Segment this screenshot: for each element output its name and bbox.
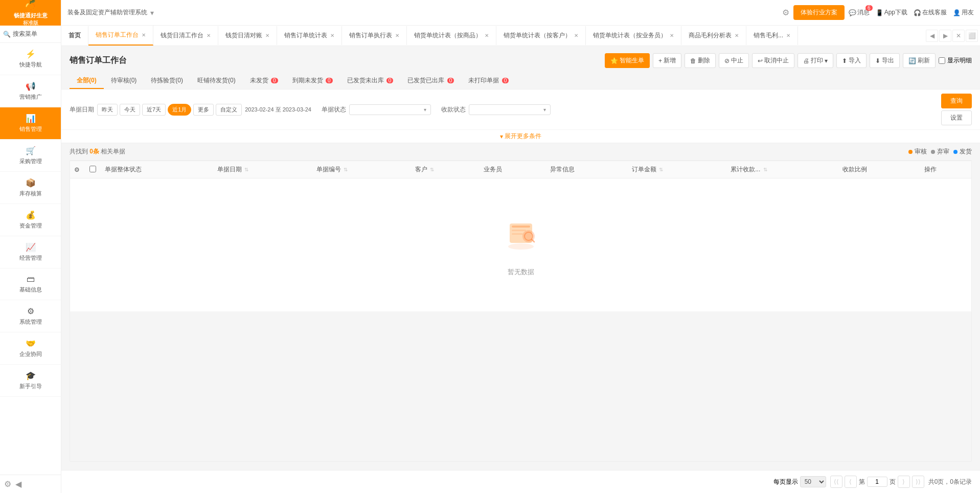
tab-close-icon[interactable]: ✕ [142,32,146,38]
topbar-settings-icon[interactable]: ⚙ [782,8,789,17]
more-date-btn[interactable]: 更多 [193,104,214,116]
unaudit-link[interactable]: 弃审 [931,147,949,156]
sidebar-item-marketing[interactable]: 📢 营销推广 [0,75,61,107]
table-col-operation[interactable]: 操作 [920,161,971,178]
tab-close-icon[interactable]: ✕ [574,33,578,38]
table-col-ratio[interactable]: 收款比例 [838,161,920,178]
sub-tab-pending-pick[interactable]: 待拣验货(0) [144,73,190,89]
sidebar-item-sales[interactable]: 📊 销售管理 [0,107,61,140]
tab-close-icon[interactable]: ✕ [670,33,674,38]
sidebar-item-purchase[interactable]: 🛒 采购管理 [0,140,61,172]
custom-date-btn[interactable]: 自定义 [216,104,242,116]
last7days-btn[interactable]: 近7天 [142,104,166,116]
table-col-staff[interactable]: 业务员 [480,161,546,178]
tab-sales-workbench[interactable]: 销售订单工作台 ✕ [88,26,153,46]
sub-tab-shipped-not-out[interactable]: 已发货未出库 0 [340,73,401,89]
tab-daily-cash[interactable]: 钱货日清工作台 ✕ [153,26,218,45]
page-input[interactable] [867,477,887,487]
select-all-checkbox[interactable] [89,166,96,172]
sidebar-item-navigation[interactable]: ⚡ 快捷导航 [0,43,61,75]
yesterday-btn[interactable]: 昨天 [97,104,118,116]
export-button[interactable]: ⬇ 导出 [870,53,900,68]
sidebar-item-guide[interactable]: 🎓 新手引导 [0,365,61,397]
table-col-customer[interactable]: 客户 ⇅ [411,161,479,178]
table-col-amount[interactable]: 订单金额 ⇅ [628,161,726,178]
ship-link[interactable]: 发货 [953,147,972,156]
sidebar-item-enterprise[interactable]: 🤝 企业协同 [0,332,61,365]
table-col-date[interactable]: 单据日期 ⇅ [213,161,312,178]
sidebar-item-finance[interactable]: 💰 资金管理 [0,204,61,236]
sub-tab-all[interactable]: 全部(0) [70,73,104,89]
tab-gross-profit[interactable]: 商品毛利分析表 ✕ [681,26,746,45]
tab-sales-by-staff[interactable]: 销货单统计表（按业务员） ✕ [586,26,681,45]
tab-close-icon[interactable]: ✕ [265,33,269,38]
expand-filter-button[interactable]: ▾ 展开更多条件 [500,132,541,141]
tab-sales-by-product[interactable]: 销货单统计表（按商品） ✕ [407,26,496,45]
online-service-area[interactable]: 🎧 在线客服 [914,8,947,17]
settings-button[interactable]: 设置 [941,110,972,125]
tab-reconciliation[interactable]: 钱货日清对账 ✕ [218,26,277,45]
tab-close-icon[interactable]: ✕ [786,33,790,38]
tab-close-all-button[interactable]: ✕ [952,30,965,42]
query-button[interactable]: 查询 [941,94,972,108]
sidebar-item-management[interactable]: 📈 经营管理 [0,236,61,268]
import-button[interactable]: ⬆ 导入 [836,53,867,68]
sub-tab-wangpu-pending[interactable]: 旺铺待发货(0) [190,73,243,89]
app-download-area[interactable]: 📱 App下载 [876,8,907,17]
tab-sales-by-customer[interactable]: 销货单统计表（按客户） ✕ [496,26,586,45]
last-page-button[interactable]: ⟩⟩ [912,476,924,488]
sidebar-item-system[interactable]: ⚙ 系统管理 [0,300,61,332]
delete-button[interactable]: 🗑 删除 [685,53,716,68]
stop-button[interactable]: ⊘ 中止 [719,53,749,68]
add-button[interactable]: + 新增 [653,53,681,68]
cancel-stop-button[interactable]: ↩ 取消中止 [752,53,794,68]
last1month-btn[interactable]: 近1月 [168,104,191,116]
tab-close-icon[interactable]: ✕ [330,33,334,38]
show-detail-checkbox[interactable] [939,57,945,64]
sub-tab-overdue[interactable]: 到期未发货 0 [285,73,340,89]
sidebar-item-inventory[interactable]: 📦 库存核算 [0,172,61,204]
status-select[interactable]: ▾ [349,104,431,115]
user-area[interactable]: 👤 用友 [953,8,974,17]
sub-tab-shipped-out[interactable]: 已发货已出库 0 [400,73,461,89]
tab-close-icon[interactable]: ✕ [735,33,739,38]
sidebar-item-basic-info[interactable]: 🗃 基础信息 [0,268,61,300]
sub-tab-pending-review[interactable]: 待审核(0) [104,73,144,89]
tab-prev-button[interactable]: ◀ [926,30,938,42]
audit-link[interactable]: 审核 [908,147,927,156]
tab-close-icon[interactable]: ✕ [395,33,399,38]
collapse-icon[interactable]: ◀ [15,479,21,489]
table-col-exception[interactable]: 异常信息 [546,161,628,178]
tab-close-icon[interactable]: ✕ [207,33,211,38]
table-col-status[interactable]: 单据整体状态 [101,161,213,178]
sub-tab-not-printed[interactable]: 未打印单据 0 [461,73,516,89]
tab-sales-profit[interactable]: 销售毛利... ✕ [746,26,798,45]
per-page-select[interactable]: 10 20 50 100 [800,476,826,487]
next-page-button[interactable]: ⟩ [898,476,910,488]
smart-create-button[interactable]: ⭐ 智能生单 [605,53,650,68]
tab-expand-button[interactable]: ⬜ [966,30,978,42]
settings-icon[interactable]: ⚙ [4,479,11,489]
tab-sales-exec[interactable]: 销售订单执行表 ✕ [342,26,407,45]
today-btn[interactable]: 今天 [120,104,140,116]
table-col-checkbox[interactable] [85,161,101,178]
sidebar-search[interactable]: 🔍 搜索菜单 [0,26,61,43]
tab-sales-stats[interactable]: 销售订单统计表 ✕ [277,26,342,45]
sub-tab-not-shipped[interactable]: 未发货 0 [243,73,285,89]
app-dropdown-icon[interactable]: ▾ [150,9,154,17]
show-detail-checkbox-area[interactable]: 显示明细 [939,56,972,65]
print-button[interactable]: 🖨 打印 ▾ [797,53,833,68]
payment-select[interactable]: ▾ [469,104,551,115]
tab-home[interactable]: 首页 [61,26,88,45]
tab-close-icon[interactable]: ✕ [485,33,489,38]
industry-solution-button[interactable]: 体验行业方案 [793,5,845,20]
table-col-number[interactable]: 单据编号 ⇅ [312,161,411,178]
prev-page-button[interactable]: ⟨ [845,476,857,488]
table-col-settings[interactable]: ⚙ [70,161,85,178]
horizontal-scrollbar[interactable] [70,462,972,470]
first-page-button[interactable]: ⟨⟨ [830,476,842,488]
tab-next-button[interactable]: ▶ [939,30,951,42]
table-col-received[interactable]: 累计收款... ⇅ [726,161,838,178]
message-icon-area[interactable]: 💬 6 消息 [849,8,870,17]
refresh-button[interactable]: 🔄 刷新 [903,53,936,68]
